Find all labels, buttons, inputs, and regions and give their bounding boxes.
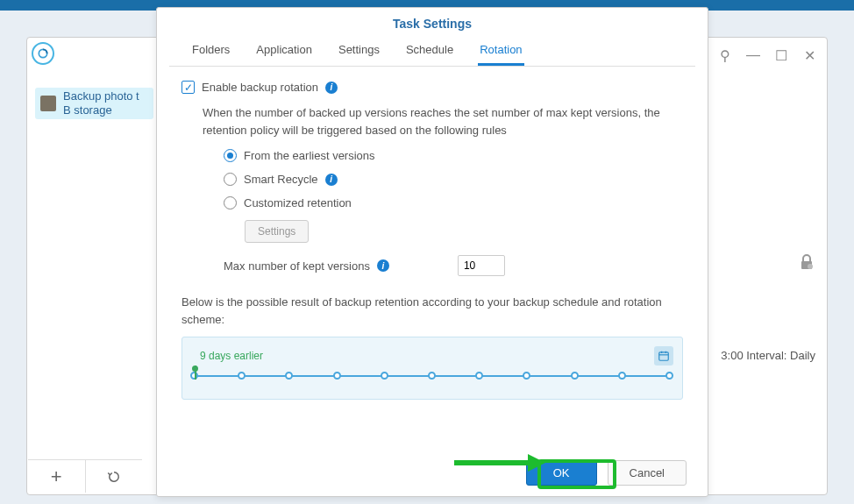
svg-point-2 bbox=[808, 264, 813, 269]
tab-bar: Folders Application Settings Schedule Ro… bbox=[169, 38, 695, 67]
timeline-label: 9 days earlier bbox=[200, 350, 263, 362]
close-icon[interactable]: ✕ bbox=[803, 49, 815, 61]
task-list-item[interactable]: Backup photo t B storage bbox=[35, 88, 153, 119]
info-icon[interactable]: i bbox=[377, 259, 389, 272]
timeline-point bbox=[571, 372, 579, 380]
history-button[interactable] bbox=[86, 460, 143, 493]
timeline-point bbox=[475, 372, 483, 380]
task-label: Backup photo t B storage bbox=[63, 89, 139, 117]
timeline-point bbox=[333, 372, 341, 380]
svg-rect-3 bbox=[659, 352, 669, 360]
info-icon[interactable]: i bbox=[325, 82, 338, 94]
radio-earliest-label: From the earliest versions bbox=[244, 149, 375, 162]
app-logo-icon bbox=[32, 42, 54, 65]
cancel-button[interactable]: Cancel bbox=[608, 460, 687, 486]
tab-rotation[interactable]: Rotation bbox=[478, 38, 523, 66]
modal-title: Task Settings bbox=[157, 8, 708, 38]
radio-earliest[interactable] bbox=[224, 149, 237, 162]
timeline-description: Below is the possible result of backup r… bbox=[181, 294, 683, 328]
tab-settings[interactable]: Settings bbox=[337, 38, 381, 66]
maximize-icon[interactable]: ☐ bbox=[775, 49, 787, 61]
annotation-arrow bbox=[451, 452, 547, 477]
radio-custom[interactable] bbox=[224, 196, 237, 209]
lock-icon[interactable] bbox=[800, 254, 814, 274]
info-icon[interactable]: i bbox=[325, 174, 338, 186]
max-versions-input[interactable] bbox=[458, 255, 505, 276]
rotation-description: When the number of backed up versions re… bbox=[203, 104, 683, 138]
timeline-point bbox=[285, 372, 293, 380]
radio-smart-label: Smart Recycle bbox=[244, 173, 318, 186]
retention-settings-button: Settings bbox=[245, 220, 309, 243]
minimize-icon[interactable]: — bbox=[747, 49, 759, 61]
timeline-point bbox=[618, 372, 626, 380]
timeline-point bbox=[238, 372, 246, 380]
tab-application[interactable]: Application bbox=[254, 38, 314, 66]
add-button[interactable]: + bbox=[28, 460, 86, 493]
enable-rotation-checkbox[interactable]: ✓ bbox=[181, 81, 195, 94]
tab-schedule[interactable]: Schedule bbox=[404, 38, 455, 66]
schedule-summary: 3:00 Interval: Daily bbox=[721, 349, 815, 362]
enable-rotation-label: Enable backup rotation bbox=[202, 81, 318, 94]
timeline-point bbox=[665, 372, 673, 380]
calendar-icon[interactable] bbox=[654, 346, 673, 366]
radio-smart[interactable] bbox=[224, 173, 237, 186]
max-versions-label: Max number of kept versions bbox=[224, 259, 370, 273]
timeline-point bbox=[428, 372, 436, 380]
folder-icon bbox=[40, 96, 56, 111]
task-settings-modal: Task Settings Folders Application Settin… bbox=[156, 7, 708, 497]
timeline-point bbox=[381, 372, 388, 380]
timeline-point bbox=[523, 372, 530, 380]
tab-folders[interactable]: Folders bbox=[190, 38, 231, 66]
retention-timeline: 9 days earlier bbox=[181, 337, 683, 400]
radio-custom-label: Customized retention bbox=[244, 196, 352, 209]
svg-marker-8 bbox=[528, 454, 545, 472]
pin-icon[interactable]: ⚲ bbox=[719, 49, 731, 61]
